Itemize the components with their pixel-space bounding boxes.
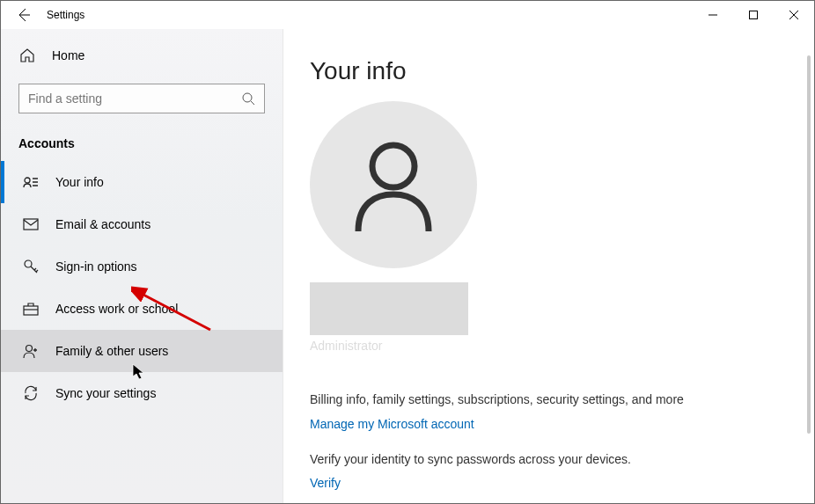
- nav-email-accounts[interactable]: Email & accounts: [1, 203, 283, 245]
- svg-rect-5: [24, 306, 38, 315]
- people-icon: [22, 342, 40, 360]
- sync-icon: [22, 384, 40, 402]
- person-icon: [349, 136, 437, 233]
- svg-rect-3: [24, 219, 38, 230]
- badge-icon: [22, 173, 40, 191]
- nav-item-label: Family & other users: [55, 344, 168, 358]
- svg-point-4: [25, 260, 32, 267]
- nav-item-label: Your info: [55, 175, 104, 189]
- nav-your-info[interactable]: Your info: [1, 161, 283, 203]
- svg-rect-0: [750, 11, 758, 19]
- scrollbar[interactable]: [807, 55, 811, 434]
- avatar: [310, 101, 477, 268]
- briefcase-icon: [22, 300, 40, 318]
- verify-info-text: Verify your identity to sync passwords a…: [310, 451, 797, 469]
- home-icon: [18, 47, 36, 64]
- nav-access-work[interactable]: Access work or school: [1, 288, 283, 330]
- verify-link[interactable]: Verify: [310, 476, 341, 490]
- search-icon: [241, 91, 255, 106]
- back-button[interactable]: [15, 6, 33, 24]
- main-panel: Your info Administrator Billing info, fa…: [283, 29, 814, 504]
- sidebar: Home Accounts Your info E: [1, 29, 283, 504]
- nav-item-label: Sync your settings: [55, 386, 156, 400]
- account-name-redacted: [310, 282, 468, 335]
- sidebar-section-title: Accounts: [1, 113, 283, 161]
- maximize-button[interactable]: [733, 1, 774, 29]
- window-controls: [693, 1, 814, 29]
- manage-account-link[interactable]: Manage my Microsoft account: [310, 417, 474, 431]
- home-nav[interactable]: Home: [1, 38, 283, 73]
- svg-point-6: [26, 346, 33, 352]
- svg-point-1: [243, 93, 252, 102]
- home-label: Home: [52, 48, 84, 62]
- app-title: Settings: [47, 9, 84, 21]
- search-input[interactable]: [28, 91, 241, 106]
- search-box[interactable]: [18, 84, 265, 113]
- nav-sync-settings[interactable]: Sync your settings: [1, 372, 283, 414]
- mail-icon: [22, 215, 40, 233]
- account-role: Administrator: [310, 339, 797, 353]
- nav-family-users[interactable]: Family & other users: [1, 330, 283, 372]
- billing-info-text: Billing info, family settings, subscript…: [310, 391, 797, 409]
- svg-point-7: [372, 145, 415, 187]
- nav-signin-options[interactable]: Sign-in options: [1, 245, 283, 288]
- svg-point-2: [25, 178, 30, 183]
- minimize-button[interactable]: [693, 1, 733, 29]
- nav-item-label: Sign-in options: [55, 259, 137, 274]
- page-title: Your info: [310, 57, 797, 85]
- close-button[interactable]: [774, 1, 814, 29]
- nav-item-label: Email & accounts: [55, 217, 151, 231]
- key-icon: [22, 258, 40, 275]
- nav-item-label: Access work or school: [55, 302, 178, 316]
